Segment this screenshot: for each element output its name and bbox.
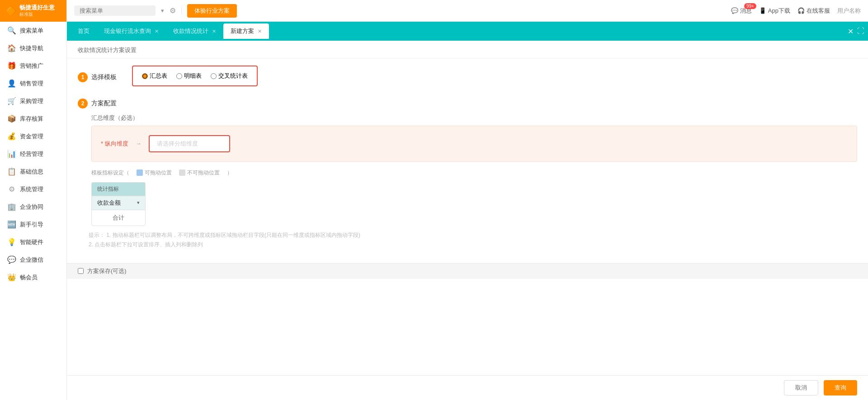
- operations-icon: 📊: [7, 150, 16, 158]
- top-header: ▾ ⚙ 体验行业方案 💬 消息 99+ 📱 App下载 🎧 在线客服 用户名称: [67, 0, 868, 22]
- online-service-icon: 🎧: [797, 7, 805, 14]
- quick-nav-icon: 🏠: [7, 44, 16, 52]
- industry-plan-button[interactable]: 体验行业方案: [187, 4, 237, 18]
- user-name[interactable]: 用户名称: [837, 7, 861, 15]
- svg-rect-1: [179, 169, 185, 176]
- tab-receipt-stats-label: 收款情况统计: [173, 27, 208, 35]
- sidebar-item-member[interactable]: 👑 畅会员: [0, 268, 66, 286]
- tip2: 2. 点击标题栏下拉可设置排序、插入列和删除列: [89, 241, 846, 249]
- step1-circle: 1: [78, 72, 88, 82]
- template-detail-label: 明细表: [184, 72, 202, 80]
- tab-new-plan-close[interactable]: ✕: [258, 28, 262, 34]
- sidebar-item-operations[interactable]: 📊 经营管理: [0, 145, 66, 163]
- sidebar-item-marketing[interactable]: 🎁 营销推广: [0, 57, 66, 75]
- page-wrap: 收款情况统计方案设置 1 选择模板 汇总表 明细表: [67, 41, 868, 400]
- inventory-icon: 📦: [7, 114, 16, 123]
- app-download-icon: 📱: [759, 7, 766, 14]
- header-divider: [181, 7, 182, 14]
- app-download-item[interactable]: 📱 App下载: [759, 7, 790, 15]
- sidebar-label-system: 系统管理: [20, 185, 43, 193]
- tab-bank-flow-close[interactable]: ✕: [155, 28, 159, 34]
- sidebar-item-system[interactable]: ⚙ 系统管理: [0, 180, 66, 198]
- content-area: 收款情况统计方案设置 1 选择模板 汇总表 明细表: [67, 41, 868, 400]
- header-dropdown-icon[interactable]: ▾: [161, 7, 164, 14]
- template-summary[interactable]: 汇总表: [142, 72, 167, 80]
- step1-section: 1 选择模板 汇总表 明细表 交叉统计表: [67, 58, 868, 95]
- sidebar-item-enterprise[interactable]: 🏢 企业协同: [0, 198, 66, 216]
- draggable-indicator: 可拖动位置: [137, 169, 172, 177]
- sidebar-label-inventory: 库存核算: [20, 115, 43, 123]
- cancel-button[interactable]: 取消: [784, 380, 818, 395]
- radio-detail[interactable]: [176, 73, 182, 79]
- sidebar-label-marketing: 营销推广: [20, 62, 43, 70]
- tab-close-all-icon[interactable]: ✕: [848, 27, 854, 36]
- dimension-arrow: →: [136, 140, 142, 147]
- step2-text: 方案配置: [91, 99, 117, 108]
- sidebar-label-purchase: 采购管理: [20, 97, 43, 105]
- stats-column-header[interactable]: 收款金额 ▾: [92, 196, 145, 210]
- settings-icon[interactable]: ⚙: [170, 6, 176, 15]
- menu-search-input[interactable]: [74, 5, 156, 16]
- sidebar-item-smart-hw[interactable]: 💡 智能硬件: [0, 233, 66, 251]
- metrics-info: 模板指标设定（ 可拖动位置 不可拖动位置 ）: [91, 169, 857, 177]
- dimension-outer: 汇总维度（必选） * 纵向维度 → 请选择分组维度: [78, 114, 857, 162]
- tab-receipt-stats[interactable]: 收款情况统计 ✕: [166, 24, 223, 39]
- dimension-select[interactable]: 请选择分组维度: [149, 135, 230, 152]
- sidebar-item-inventory[interactable]: 📦 库存核算: [0, 110, 66, 127]
- guide-icon: 🆕: [7, 220, 16, 229]
- step1-label: 1 选择模板: [78, 72, 117, 82]
- sidebar-label-guide: 新手引导: [20, 221, 43, 229]
- step2-circle: 2: [78, 99, 88, 108]
- sidebar-item-search-menu[interactable]: 🔍 搜索菜单: [0, 22, 66, 39]
- stats-table: 统计指标 收款金额 ▾ 合计: [91, 182, 146, 226]
- tab-new-plan-label: 新建方案: [231, 27, 254, 35]
- notification-badge: 99+: [744, 3, 756, 9]
- search-menu-icon: 🔍: [7, 26, 16, 35]
- header-left: ▾ ⚙ 体验行业方案: [74, 4, 237, 18]
- template-detail[interactable]: 明细表: [176, 72, 202, 80]
- metrics-title: 模板指标设定（: [91, 169, 129, 177]
- tab-bank-flow[interactable]: 现金银行流水查询 ✕: [97, 24, 166, 39]
- smart-hw-icon: 💡: [7, 238, 16, 246]
- query-button[interactable]: 查询: [824, 380, 857, 395]
- template-cross-label: 交叉统计表: [218, 72, 248, 80]
- tip1: 提示： 1. 拖动标题栏可以调整布局，不可跨维度或指标区域拖动栏目字段(只能在同…: [89, 231, 846, 239]
- sidebar-item-wechat[interactable]: 💬 企业微信: [0, 251, 66, 268]
- step2-section: 2 方案配置 汇总维度（必选） * 纵向维度 → 请选择分组维度: [67, 95, 868, 263]
- step2-label: 2 方案配置: [78, 99, 117, 108]
- dimension-title: 汇总维度（必选）: [91, 114, 857, 122]
- main-area: ▾ ⚙ 体验行业方案 💬 消息 99+ 📱 App下载 🎧 在线客服 用户名称: [67, 0, 868, 400]
- stats-label: 统计指标: [92, 183, 145, 196]
- sidebar-label-finance: 资金管理: [20, 132, 43, 141]
- sidebar-item-purchase[interactable]: 🛒 采购管理: [0, 92, 66, 110]
- non-draggable-indicator: 不可拖动位置: [179, 169, 220, 177]
- tab-receipt-stats-close[interactable]: ✕: [212, 28, 216, 34]
- marketing-icon: 🎁: [7, 61, 16, 70]
- sidebar-item-sales[interactable]: 👤 销售管理: [0, 75, 66, 92]
- metrics-close-paren: ）: [227, 169, 232, 177]
- sidebar-item-guide[interactable]: 🆕 新手引导: [0, 216, 66, 233]
- tab-home[interactable]: 首页: [71, 24, 97, 39]
- bottom-action-bar: 取消 查询: [67, 375, 868, 400]
- notification-item[interactable]: 💬 消息 99+: [731, 7, 752, 15]
- radio-cross[interactable]: [211, 73, 217, 79]
- radio-summary[interactable]: [142, 73, 148, 79]
- draggable-icon: [137, 169, 143, 176]
- sidebar-item-basic-info[interactable]: 📋 基础信息: [0, 163, 66, 180]
- online-service-item[interactable]: 🎧 在线客服: [797, 7, 830, 15]
- sidebar-item-finance[interactable]: 💰 资金管理: [0, 127, 66, 145]
- app-name: 畅捷通好生意: [19, 4, 55, 11]
- notification-icon: 💬: [731, 7, 738, 14]
- save-plan-checkbox[interactable]: [78, 268, 84, 274]
- draggable-label: 可拖动位置: [145, 169, 172, 177]
- tab-new-plan[interactable]: 新建方案 ✕: [223, 24, 269, 39]
- tab-expand-icon[interactable]: ⛶: [857, 27, 864, 35]
- metrics-outer: 模板指标设定（ 可拖动位置 不可拖动位置 ） 统计指标: [78, 169, 857, 226]
- sidebar-label-member: 畅会员: [20, 273, 38, 282]
- tab-bar-actions: ✕ ⛶: [848, 27, 864, 36]
- stats-total-row: 合计: [92, 210, 145, 226]
- sidebar-item-quick-nav[interactable]: 🏠 快捷导航: [0, 39, 66, 57]
- svg-rect-0: [137, 169, 143, 176]
- template-cross[interactable]: 交叉统计表: [211, 72, 248, 80]
- column-dropdown-icon[interactable]: ▾: [137, 200, 140, 206]
